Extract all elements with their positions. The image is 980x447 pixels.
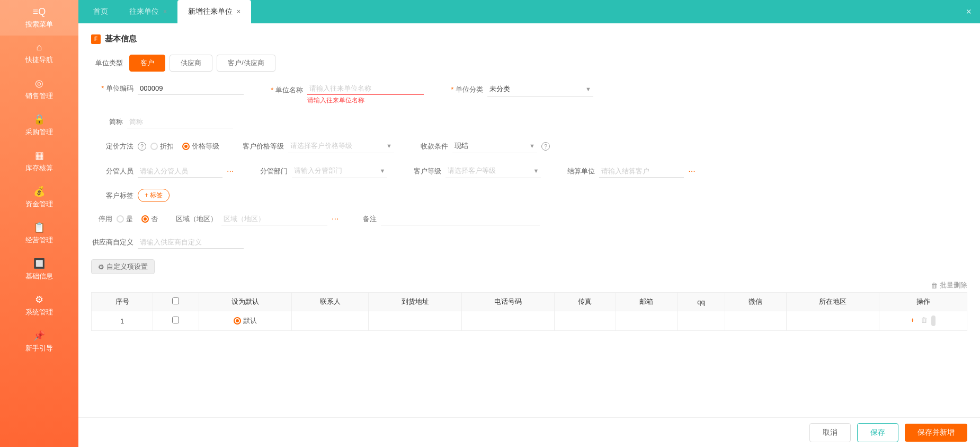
disable-no[interactable]: 否	[141, 214, 158, 224]
unit-code-input[interactable]	[138, 82, 244, 95]
tab-new-partner[interactable]: 新增往来单位 ×	[177, 0, 251, 23]
settle-unit-input[interactable]	[599, 165, 684, 178]
pricing-help-icon[interactable]: ?	[138, 142, 146, 151]
remark-label: 备注	[355, 214, 377, 224]
batch-delete-button[interactable]: 🗑 批量删除	[931, 281, 967, 290]
tab-new-partner-label: 新增往来单位	[188, 7, 233, 16]
unit-btn-both[interactable]: 客户/供应商	[217, 55, 275, 72]
table-section: ⚙ 自定义项设置 🗑 批量删除 序号 设为默认 联系人 到货地址	[91, 259, 967, 331]
row-checkbox-cell	[153, 311, 199, 331]
settle-unit-field: 结算单位 ···	[558, 165, 695, 178]
region-input[interactable]	[221, 213, 327, 225]
manager-more-icon[interactable]: ···	[227, 166, 234, 176]
unit-code-label: 单位编码	[91, 84, 133, 93]
tab-partners[interactable]: 往来单位 ×	[119, 0, 177, 23]
remark-input[interactable]	[381, 213, 540, 225]
unit-btn-customer[interactable]: 客户	[129, 55, 165, 72]
chevron-down-icon3: ▼	[529, 143, 535, 149]
save-button[interactable]: 保存	[857, 423, 898, 442]
col-fax: 传真	[554, 293, 616, 311]
row-default: 默认	[199, 311, 291, 331]
add-tag-button[interactable]: + 标签	[138, 189, 170, 202]
select-all-checkbox[interactable]	[172, 297, 179, 304]
delete-row-icon[interactable]: 🗑	[921, 316, 928, 324]
unit-name-field: 单位名称 请输入往来单位名称	[261, 82, 424, 105]
no-label: 否	[151, 214, 158, 224]
sidebar-item-inventory[interactable]: ▦ 库存核算	[0, 143, 78, 179]
sidebar-item-management[interactable]: 📋 经营管理	[0, 215, 78, 251]
unit-category-value: 未分类	[489, 84, 510, 94]
unit-name-label: 单位名称	[261, 85, 303, 95]
unit-type-label: 单位类型	[91, 58, 123, 68]
region-field: 区域（地区） ···	[175, 213, 338, 225]
window-close-button[interactable]: ×	[961, 6, 976, 17]
sidebar-item-label: 系统管理	[25, 308, 53, 317]
chevron-down-icon: ▼	[585, 86, 591, 92]
default-radio[interactable]	[234, 317, 241, 325]
customer-tag-label: 客户标签	[91, 191, 133, 200]
unit-btn-supplier[interactable]: 供应商	[170, 55, 212, 72]
remark-field: 备注	[355, 213, 540, 225]
cancel-button[interactable]: 取消	[809, 423, 851, 442]
sidebar-item-basic-info[interactable]: 🔲 基础信息	[0, 251, 78, 287]
disable-yes[interactable]: 是	[117, 214, 133, 224]
pricing-radio-level[interactable]: 价格等级	[182, 142, 219, 151]
disable-label: 停用	[91, 214, 112, 224]
sidebar-item-label: 经营管理	[25, 235, 53, 245]
tab-home[interactable]: 首页	[83, 0, 119, 23]
payment-select[interactable]: 现结 ▼	[452, 139, 537, 153]
discount-radio[interactable]	[150, 143, 158, 150]
no-radio[interactable]	[141, 215, 149, 223]
sidebar-item-sales[interactable]: ◎ 销售管理	[0, 71, 78, 107]
abbr-input[interactable]	[127, 116, 233, 128]
department-select[interactable]: 请输入分管部门 ▼	[292, 164, 387, 178]
default-label: 默认	[243, 316, 257, 326]
supplier-custom-row: 供应商自定义	[91, 236, 967, 249]
row-checkbox[interactable]	[172, 317, 179, 323]
sidebar-item-system[interactable]: ⚙ 系统管理	[0, 287, 78, 323]
manager-input[interactable]	[138, 165, 222, 178]
customer-level-select[interactable]: 请选择客户等级 ▼	[446, 164, 541, 178]
finance-icon: 💰	[33, 186, 45, 197]
customer-price-field: 客户价格等级 请选择客户价格等级 ▼	[236, 139, 394, 153]
default-radio-item[interactable]: 默认	[206, 316, 285, 326]
sidebar-item-label: 采购管理	[25, 127, 53, 137]
disable-radio-group: 是 否	[117, 214, 158, 224]
sidebar-item-nav[interactable]: ⌂ 快捷导航	[0, 36, 78, 71]
level-radio[interactable]	[182, 143, 190, 150]
unit-category-select[interactable]: 未分类 ▼	[487, 82, 593, 97]
settle-more-icon[interactable]: ···	[688, 166, 695, 176]
abbr-field: 简称	[91, 116, 233, 128]
sidebar-item-finance[interactable]: 💰 资金管理	[0, 179, 78, 215]
manager-label: 分管人员	[91, 166, 133, 176]
add-row-icon[interactable]: +	[911, 316, 915, 324]
discount-label: 折扣	[160, 142, 174, 151]
unit-name-input[interactable]	[307, 82, 424, 95]
custom-settings-button[interactable]: ⚙ 自定义项设置	[91, 259, 155, 274]
unit-type-row: 单位类型 客户 供应商 客户/供应商	[91, 55, 967, 72]
col-index: 序号	[92, 293, 153, 311]
supplier-custom-field: 供应商自定义	[91, 236, 244, 249]
yes-radio[interactable]	[117, 215, 124, 223]
department-field: 分管部门 请输入分管部门 ▼	[251, 164, 387, 178]
region-more-icon[interactable]: ···	[332, 214, 338, 224]
unit-name-error: 请输入往来单位名称	[307, 96, 424, 105]
payment-help-icon[interactable]: ?	[541, 142, 550, 151]
sidebar-item-guide[interactable]: 📌 新手引导	[0, 323, 78, 360]
sidebar-item-purchase[interactable]: 🔒 采购管理	[0, 107, 78, 143]
sidebar-item-label: 库存核算	[25, 163, 53, 173]
tab-new-partner-close[interactable]: ×	[237, 8, 240, 15]
col-region: 所在地区	[786, 293, 879, 311]
settle-unit-label: 结算单位	[558, 166, 595, 176]
sidebar-item-search[interactable]: ≡Q 搜索菜单	[0, 0, 78, 36]
customer-price-select[interactable]: 请选择客户价格等级 ▼	[288, 139, 394, 153]
save-and-new-button[interactable]: 保存并新增	[905, 424, 967, 442]
tab-partners-close[interactable]: ×	[163, 8, 167, 15]
row-phone	[461, 311, 554, 331]
section-title: 基本信息	[105, 34, 137, 44]
search-menu-icon: ≡Q	[33, 6, 46, 17]
basic-info-icon: 🔲	[33, 258, 45, 269]
disable-row: 停用 是 否 区域（地区） ··· 备注	[91, 213, 967, 225]
supplier-custom-input[interactable]	[138, 236, 244, 249]
pricing-radio-discount[interactable]: 折扣	[150, 142, 174, 151]
